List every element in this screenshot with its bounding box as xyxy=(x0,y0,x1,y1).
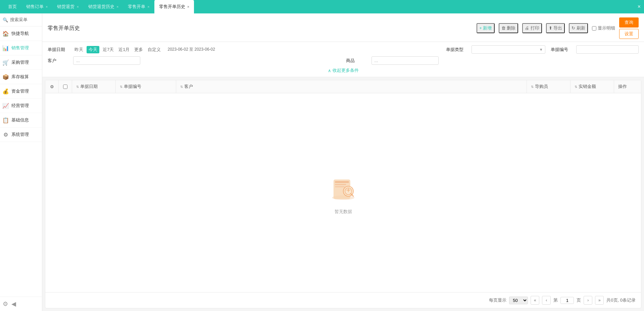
sort-icon-num[interactable]: ⇅ xyxy=(120,85,122,89)
sidebar-toggle-icon[interactable]: ◀ xyxy=(11,300,16,308)
next-page-button[interactable]: › xyxy=(584,296,592,305)
date-options: 昨天今天近7天近1月更多自定义 xyxy=(73,46,162,53)
date-option-更多[interactable]: 更多 xyxy=(133,46,144,53)
page-header: 零售开单历史 + 新增 🗑 删除 🖨 打印 ⬆ 导出 ↻ 刷新 显示明细 查询 … xyxy=(42,13,644,42)
tab-close-icon[interactable]: × xyxy=(147,5,149,9)
tab-close-icon[interactable]: × xyxy=(77,5,79,9)
tab-close-icon[interactable]: × xyxy=(116,5,118,9)
collapse-label: 收起更多条件 xyxy=(333,67,359,73)
show-detail-checkbox[interactable] xyxy=(592,26,596,31)
sidebar-icon-3: 📦 xyxy=(3,74,9,80)
sidebar-icon-6: 📋 xyxy=(3,117,9,123)
nav-tab-首页[interactable]: 首页 xyxy=(3,0,21,13)
date-option-昨天[interactable]: 昨天 xyxy=(73,46,85,53)
doc-type-label: 单据类型 xyxy=(446,47,466,53)
settings-button[interactable]: 设置 xyxy=(619,29,639,39)
tab-label: 零售开单历史 xyxy=(159,4,185,10)
th-num: ⇅ 单据编号 xyxy=(116,80,176,93)
sidebar-item-0[interactable]: 🏠 快捷导航 xyxy=(0,27,42,41)
sidebar-bottom: ⚙ ◀ xyxy=(0,297,42,311)
sort-icon-date[interactable]: ⇅ xyxy=(76,85,79,89)
th-guide-label: 导购员 xyxy=(535,84,548,90)
date-range: 2023-06-02 至 2023-06-02 xyxy=(167,47,215,52)
page-number-input[interactable]: 1 xyxy=(560,297,574,304)
sidebar-item-3[interactable]: 📦 库存核算 xyxy=(0,70,42,84)
page-size-label: 每页显示 xyxy=(489,297,506,303)
date-label: 单据日期 xyxy=(48,47,68,53)
doc-num-label: 单据编号 xyxy=(551,47,571,53)
nav-tab-销货退货[interactable]: 销货退货× xyxy=(52,0,83,13)
add-button[interactable]: + 新增 xyxy=(477,23,494,33)
sidebar-item-label-5: 经营管理 xyxy=(11,103,29,109)
product-select[interactable]: ... xyxy=(371,56,439,65)
prev-page-button[interactable]: ‹ xyxy=(542,296,551,305)
th-amount: ⇅ 实销金额 xyxy=(571,80,614,93)
sidebar-item-label-6: 基础信息 xyxy=(11,117,29,123)
delete-button[interactable]: 🗑 删除 xyxy=(499,23,518,33)
sidebar-icon-4: 💰 xyxy=(3,88,9,94)
sidebar-item-5[interactable]: 📈 经营管理 xyxy=(0,99,42,113)
table-settings-icon[interactable]: ⚙ xyxy=(50,84,54,89)
refresh-button[interactable]: ↻ 刷新 xyxy=(569,23,588,33)
svg-rect-2 xyxy=(335,181,349,183)
client-select[interactable]: ... xyxy=(73,56,140,65)
sidebar-item-6[interactable]: 📋 基础信息 xyxy=(0,113,42,127)
first-page-button[interactable]: « xyxy=(531,296,539,305)
filter-row-2: 客户 ... 商品 ... xyxy=(48,56,639,65)
th-action-label: 操作 xyxy=(618,84,627,90)
select-all-checkbox[interactable] xyxy=(63,85,67,89)
th-checkbox[interactable] xyxy=(59,80,72,93)
tab-label: 零售开单 xyxy=(128,4,145,10)
sort-icon-customer[interactable]: ⇅ xyxy=(180,85,183,89)
tab-label: 首页 xyxy=(8,4,17,10)
sidebar-item-4[interactable]: 💰 资金管理 xyxy=(0,84,42,99)
sort-icon-guide[interactable]: ⇅ xyxy=(531,85,534,89)
doc-type-select[interactable]: ▾ xyxy=(472,45,545,54)
sidebar-item-1[interactable]: 📊 销售管理 xyxy=(0,41,42,55)
svg-rect-4 xyxy=(335,186,345,187)
th-amount-label: 实销金额 xyxy=(579,84,596,90)
doc-num-input[interactable] xyxy=(576,45,639,54)
th-customer: ⇅ 客户 xyxy=(176,80,527,93)
date-option-近1月[interactable]: 近1月 xyxy=(117,46,131,53)
collapse-button[interactable]: ∧ 收起更多条件 xyxy=(48,67,639,73)
page-title: 零售开单历史 xyxy=(48,25,80,32)
th-action: 操作 xyxy=(614,80,641,93)
sidebar-icon-5: 📈 xyxy=(3,103,9,109)
sidebar-item-label-2: 采购管理 xyxy=(11,59,29,65)
last-page-button[interactable]: » xyxy=(595,296,604,305)
empty-illustration xyxy=(327,171,360,205)
export-button[interactable]: ⬆ 导出 xyxy=(546,23,565,33)
query-button[interactable]: 查询 xyxy=(619,17,639,28)
table-area: ⚙ ⇅ 单据日期 ⇅ 单据编号 ⇅ 客户 ⇅ xyxy=(45,80,641,308)
date-option-自定义[interactable]: 自定义 xyxy=(146,46,162,53)
nav-tab-零售开单[interactable]: 零售开单× xyxy=(123,0,154,13)
svg-rect-3 xyxy=(335,184,346,185)
client-dots: ... xyxy=(76,58,80,63)
sidebar-icon-2: 🛒 xyxy=(3,59,9,65)
sidebar-items: 🏠 快捷导航 📊 销售管理 🛒 采购管理 📦 库存核算 💰 资金管理 📈 经营管… xyxy=(0,27,42,142)
tab-close-icon[interactable]: × xyxy=(187,5,189,9)
date-option-近7天[interactable]: 近7天 xyxy=(101,46,115,53)
sidebar-item-2[interactable]: 🛒 采购管理 xyxy=(0,55,42,70)
sidebar-icon-7: ⚙ xyxy=(3,132,9,138)
th-settings[interactable]: ⚙ xyxy=(45,80,59,93)
product-dots: ... xyxy=(375,58,378,63)
th-guide: ⇅ 导购员 xyxy=(527,80,571,93)
show-detail-check[interactable]: 显示明细 xyxy=(592,25,615,31)
close-window-icon[interactable]: × xyxy=(638,4,641,10)
sort-icon-amount[interactable]: ⇅ xyxy=(575,85,577,89)
date-option-今天[interactable]: 今天 xyxy=(87,46,99,53)
print-button[interactable]: 🖨 打印 xyxy=(522,23,542,33)
settings-gear-icon[interactable]: ⚙ xyxy=(3,300,8,308)
tab-close-icon[interactable]: × xyxy=(46,5,48,9)
sidebar-search[interactable]: 🔍 搜索采单 xyxy=(0,13,42,27)
search-icon: 🔍 xyxy=(3,17,8,22)
empty-state: 暂无数据 xyxy=(45,93,641,292)
page-size-select[interactable]: 50 100 200 xyxy=(509,297,528,304)
nav-tab-销货退货历史[interactable]: 销货退货历史× xyxy=(84,0,123,13)
nav-tab-销售订单[interactable]: 销售订单× xyxy=(21,0,52,13)
nav-tab-零售开单历史[interactable]: 零售开单历史× xyxy=(154,0,194,13)
sidebar-icon-1: 📊 xyxy=(3,45,9,51)
sidebar-item-7[interactable]: ⚙ 系统管理 xyxy=(0,127,42,142)
